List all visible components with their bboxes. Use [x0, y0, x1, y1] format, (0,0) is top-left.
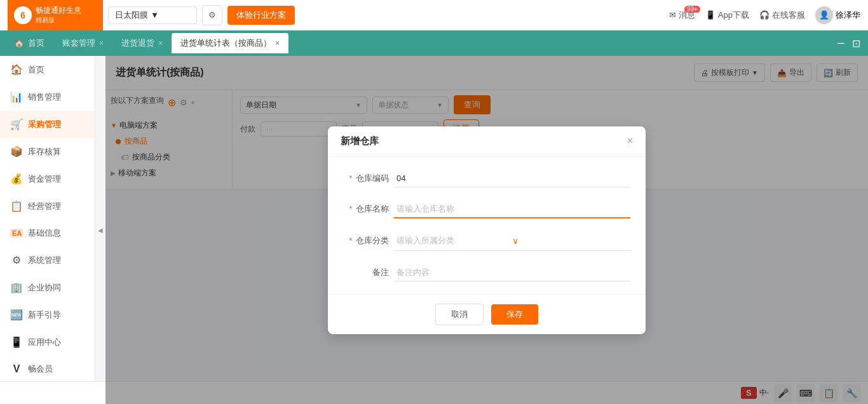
- tab-home[interactable]: 🏠 首页: [5, 33, 53, 53]
- category-label: * 仓库分类: [343, 235, 394, 246]
- required-mark: *: [349, 236, 352, 245]
- tab-close-stock-return[interactable]: ×: [158, 39, 163, 48]
- warehouse-category-row: * 仓库分类 请输入所属分类 ∨: [343, 231, 630, 251]
- modal-overlay: 新增仓库 × * 仓库编码 *: [105, 56, 868, 404]
- online-service-button[interactable]: 🎧 在线客服: [759, 10, 805, 21]
- tab-maximize-button[interactable]: ⊡: [850, 36, 863, 51]
- vip-icon: V: [10, 363, 23, 375]
- sidebar-item-vip[interactable]: V 畅会员: [0, 356, 95, 382]
- tab-stock-stat[interactable]: 进货单统计表（按商品） ×: [172, 33, 288, 53]
- content-area: 进货单统计(按商品) 🖨 按模板打印 ▼ 📤 导出 🔄 刷新: [105, 56, 868, 404]
- sales-icon: 📊: [10, 91, 23, 103]
- sidebar-item-home[interactable]: 🏠 首页: [0, 56, 95, 83]
- purchase-icon: 🛒: [10, 118, 23, 130]
- home-icon: 🏠: [10, 64, 23, 76]
- app-center-icon: 📱: [10, 336, 23, 348]
- avatar-icon: 👤: [819, 10, 829, 20]
- sidebar-item-purchase[interactable]: 🛒 采购管理: [0, 111, 95, 138]
- trial-button[interactable]: 体验行业方案: [227, 6, 295, 25]
- tab-stock-return[interactable]: 进货退货 ×: [112, 33, 172, 53]
- logo-text: 畅捷通好生意 精易版: [36, 6, 81, 24]
- sidebar-item-inventory[interactable]: 📦 库存核算: [0, 138, 95, 165]
- required-mark: *: [349, 204, 352, 213]
- new-warehouse-modal: 新增仓库 × * 仓库编码 *: [328, 126, 646, 334]
- system-icon: ⚙: [10, 254, 23, 266]
- modal-close-button[interactable]: ×: [627, 135, 633, 147]
- sidebar-item-corp[interactable]: 🏢 企业协同: [0, 274, 95, 301]
- warehouse-name-row: * 仓库名称: [343, 200, 630, 219]
- name-label: * 仓库名称: [343, 203, 394, 215]
- sidebar-item-app-center[interactable]: 📱 应用中心: [0, 328, 95, 356]
- chevron-down-icon: ▼: [151, 10, 159, 20]
- collapse-icon: ◀: [98, 227, 103, 234]
- gear-icon: ⚙: [208, 10, 216, 20]
- sidebar-item-system[interactable]: ⚙ 系统管理: [0, 246, 95, 274]
- sidebar-item-operation[interactable]: 📋 经营管理: [0, 192, 95, 220]
- tab-controls: ─ ⊡: [835, 36, 863, 51]
- sidebar-item-base-info[interactable]: EA 基础信息: [0, 220, 95, 246]
- corp-icon: 🏢: [10, 281, 23, 293]
- remark-label: 备注: [343, 267, 394, 278]
- header-right: ✉ 消息 99+ 📱 App下载 🎧 在线客服 👤 徐泽华: [669, 6, 860, 24]
- sidebar-item-finance[interactable]: 💰 资金管理: [0, 165, 95, 192]
- modal-body: * 仓库编码 * 仓库名称: [328, 157, 646, 294]
- home-icon: 🏠: [14, 39, 24, 48]
- sidebar-item-sales[interactable]: 📊 销售管理: [0, 83, 95, 111]
- tab-close-stock-stat[interactable]: ×: [275, 39, 280, 48]
- guide-icon: 🆕: [10, 309, 23, 321]
- avatar: 👤: [815, 6, 833, 24]
- cancel-button[interactable]: 取消: [435, 304, 484, 325]
- sidebar: 🏠 首页 📊 销售管理 🛒 采购管理 📦 库存核算 💰 资金管理 📋 经营管理 …: [0, 56, 95, 404]
- tab-bar: 🏠 首页 账套管理 × 进货退货 × 进货单统计表（按商品） × ─ ⊡: [0, 30, 868, 56]
- tab-account[interactable]: 账套管理 ×: [53, 33, 112, 53]
- warehouse-remark-input[interactable]: [394, 264, 630, 281]
- message-icon: ✉: [669, 10, 676, 20]
- message-button[interactable]: ✉ 消息 99+: [669, 10, 695, 21]
- warehouse-category-select[interactable]: 请输入所属分类 ∨: [394, 231, 630, 251]
- tab-close-account[interactable]: ×: [99, 39, 104, 48]
- sidebar-item-guide[interactable]: 🆕 新手引导: [0, 301, 95, 328]
- code-label: * 仓库编码: [343, 173, 394, 184]
- store-selector[interactable]: 日太阳膜 ▼: [108, 6, 197, 24]
- gear-button[interactable]: ⚙: [202, 5, 222, 25]
- sidebar-collapse-button[interactable]: ◀: [95, 56, 105, 404]
- headset-icon: 🎧: [759, 10, 770, 20]
- finance-icon: 💰: [10, 173, 23, 185]
- base-info-icon: EA: [10, 229, 23, 238]
- message-badge: 99+: [684, 6, 700, 13]
- warehouse-name-input[interactable]: [394, 200, 630, 219]
- save-button[interactable]: 保存: [491, 304, 538, 325]
- user-menu[interactable]: 👤 徐泽华: [815, 6, 860, 24]
- logo-icon: 6: [14, 6, 32, 24]
- category-arrow-icon: ∨: [512, 236, 628, 246]
- modal-footer: 取消 保存: [328, 294, 646, 334]
- tab-minimize-button[interactable]: ─: [835, 36, 847, 51]
- logo-area: 6 畅捷通好生意 精易版: [8, 0, 103, 30]
- modal-header: 新增仓库 ×: [328, 126, 646, 157]
- app-download-button[interactable]: 📱 App下载: [705, 10, 749, 21]
- top-header: 6 畅捷通好生意 精易版 日太阳膜 ▼ ⚙ 体验行业方案 ✉ 消息 99+ 📱 …: [0, 0, 868, 30]
- modal-title: 新增仓库: [341, 135, 379, 147]
- inventory-icon: 📦: [10, 145, 23, 158]
- warehouse-remark-row: 备注: [343, 264, 630, 281]
- warehouse-code-input[interactable]: [394, 170, 630, 187]
- required-mark: *: [349, 173, 352, 183]
- warehouse-code-row: * 仓库编码: [343, 170, 630, 187]
- operation-icon: 📋: [10, 200, 23, 212]
- download-icon: 📱: [705, 10, 715, 20]
- main-layout: 🏠 首页 📊 销售管理 🛒 采购管理 📦 库存核算 💰 资金管理 📋 经营管理 …: [0, 56, 868, 404]
